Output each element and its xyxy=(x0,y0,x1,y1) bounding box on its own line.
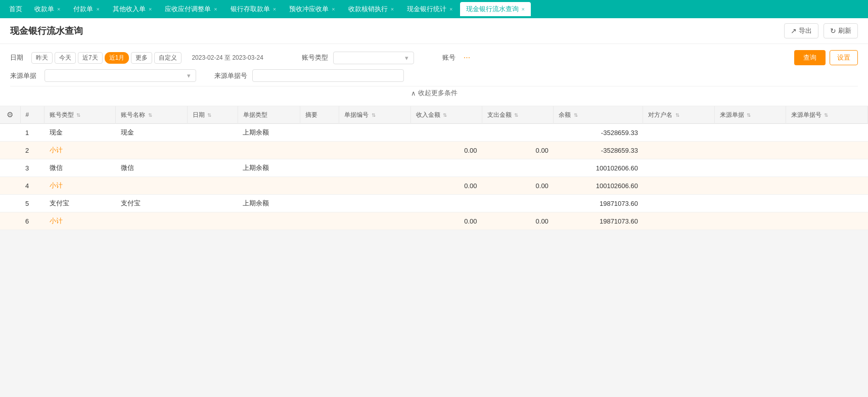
table-row: 2小计0.000.00-3528659.33 xyxy=(0,142,868,159)
close-icon[interactable]: × xyxy=(449,6,452,12)
sort-icon: ⇅ xyxy=(443,112,447,118)
source-doc-no-input[interactable] xyxy=(252,69,404,82)
sort-icon: ⇅ xyxy=(76,112,80,118)
page-title: 现金银行流水查询 xyxy=(10,25,83,37)
date-1month[interactable]: 近1月 xyxy=(105,52,129,64)
source-doc-no-label: 来源单据号 xyxy=(214,71,247,80)
col-source-doc-header[interactable]: 来源单据 ⇅ xyxy=(714,106,786,124)
table-header: ⚙ # 账号类型 ⇅ 账号名称 ⇅ 日期 ⇅ 单据类型 xyxy=(0,106,868,124)
col-income-header[interactable]: 收入金额 ⇅ xyxy=(410,106,482,124)
col-doc-type-header: 单据类型 xyxy=(238,106,300,124)
date-label: 日期 xyxy=(10,53,23,62)
refresh-button[interactable]: ↻ 刷新 xyxy=(824,23,858,38)
tab-other-income[interactable]: 其他收入单 × xyxy=(107,2,158,16)
chevron-up-icon: ∧ xyxy=(411,90,416,97)
col-no-header: # xyxy=(20,106,44,124)
page-header: 现金银行流水查询 ↗ 导出 ↻ 刷新 xyxy=(0,18,868,44)
export-button[interactable]: ↗ 导出 xyxy=(784,23,818,38)
col-settings-header[interactable]: ⚙ xyxy=(0,106,20,124)
export-icon: ↗ xyxy=(791,27,797,35)
sort-icon: ⇅ xyxy=(372,112,376,118)
tab-receipt[interactable]: 收款单 × xyxy=(28,2,66,16)
close-icon[interactable]: × xyxy=(57,6,60,12)
tab-cash-bank-flow[interactable]: 现金银行流水查询 × xyxy=(460,2,531,16)
settings-button[interactable]: 设置 xyxy=(830,50,858,65)
top-nav: 首页 收款单 × 付款单 × 其他收入单 × 应收应付调整单 × 银行存取款单 … xyxy=(0,0,868,18)
chevron-down-icon2: ▾ xyxy=(187,72,191,79)
query-button[interactable]: 查询 xyxy=(794,50,826,65)
sort-icon: ⇅ xyxy=(675,112,679,118)
filter-area: 日期 昨天 今天 近7天 近1月 更多 自定义 2023-02-24 至 202… xyxy=(0,44,868,106)
close-icon[interactable]: × xyxy=(214,6,217,12)
table-row: 3微信微信上期余额100102606.60 xyxy=(0,159,868,177)
close-icon[interactable]: × xyxy=(332,6,335,12)
col-balance-header[interactable]: 余额 ⇅ xyxy=(554,106,643,124)
account-label: 账号 xyxy=(442,53,455,62)
date-today[interactable]: 今天 xyxy=(55,52,76,64)
filter-row-2: 来源单据 ▾ 来源单据号 xyxy=(10,69,858,82)
table-row: 4小计0.000.00100102606.60 xyxy=(0,177,868,195)
close-icon[interactable]: × xyxy=(273,6,276,12)
source-doc-select[interactable]: ▾ xyxy=(44,69,196,82)
sort-icon: ⇅ xyxy=(148,112,152,118)
sort-icon: ⇅ xyxy=(824,112,828,118)
close-icon[interactable]: × xyxy=(96,6,99,12)
tab-bank-deposit[interactable]: 银行存取款单 × xyxy=(224,2,282,16)
nav-home[interactable]: 首页 xyxy=(4,5,27,14)
sort-icon: ⇅ xyxy=(747,112,751,118)
col-summary-header: 摘要 xyxy=(300,106,339,124)
account-type-select[interactable]: ▾ xyxy=(333,52,414,64)
col-date-header[interactable]: 日期 ⇅ xyxy=(187,106,238,124)
filter-row-1: 日期 昨天 今天 近7天 近1月 更多 自定义 2023-02-24 至 202… xyxy=(10,50,858,65)
tab-payment[interactable]: 付款单 × xyxy=(67,2,105,16)
account-dots-button[interactable]: ··· xyxy=(461,53,473,62)
col-source-doc-no-header[interactable]: 来源单据号 ⇅ xyxy=(786,106,867,124)
table-body: 1现金现金上期余额-3528659.332小计0.000.00-3528659.… xyxy=(0,124,868,230)
tab-advance-offset[interactable]: 预收冲应收单 × xyxy=(283,2,341,16)
table-row: 6小计0.000.0019871073.60 xyxy=(0,212,868,230)
sort-icon: ⇅ xyxy=(514,112,518,118)
source-doc-label: 来源单据 xyxy=(10,71,36,80)
data-table: ⚙ # 账号类型 ⇅ 账号名称 ⇅ 日期 ⇅ 单据类型 xyxy=(0,106,868,230)
col-account-type-header[interactable]: 账号类型 ⇅ xyxy=(44,106,116,124)
date-more[interactable]: 更多 xyxy=(131,52,152,64)
refresh-icon: ↻ xyxy=(830,27,836,35)
tab-ar-ap-adjust[interactable]: 应收应付调整单 × xyxy=(159,2,223,16)
table-row: 1现金现金上期余额-3528659.33 xyxy=(0,124,868,142)
date-yesterday[interactable]: 昨天 xyxy=(31,52,53,64)
col-expense-header[interactable]: 支出金额 ⇅ xyxy=(482,106,554,124)
table-container: ⚙ # 账号类型 ⇅ 账号名称 ⇅ 日期 ⇅ 单据类型 xyxy=(0,106,868,230)
sort-icon: ⇅ xyxy=(574,112,578,118)
date-range: 2023-02-24 至 2023-03-24 xyxy=(192,54,263,62)
account-type-label: 账号类型 xyxy=(302,53,328,62)
close-icon[interactable]: × xyxy=(391,6,394,12)
gear-icon: ⚙ xyxy=(7,110,13,119)
date-7days[interactable]: 近7天 xyxy=(78,52,103,64)
tab-cash-bank-stat[interactable]: 现金银行统计 × xyxy=(401,2,459,16)
header-actions: ↗ 导出 ↻ 刷新 xyxy=(784,23,858,38)
date-shortcuts: 昨天 今天 近7天 近1月 更多 自定义 xyxy=(31,52,181,64)
collapse-button[interactable]: ∧ 收起更多条件 xyxy=(10,86,858,100)
col-account-name-header[interactable]: 账号名称 ⇅ xyxy=(116,106,187,124)
sort-icon: ⇅ xyxy=(207,112,211,118)
table-row: 5支付宝支付宝上期余额19871073.60 xyxy=(0,195,868,212)
col-doc-no-header[interactable]: 单据编号 ⇅ xyxy=(339,106,410,124)
close-icon[interactable]: × xyxy=(522,6,525,12)
date-custom[interactable]: 自定义 xyxy=(154,52,181,64)
chevron-down-icon: ▾ xyxy=(405,54,408,62)
tab-collection-exec[interactable]: 收款核销执行 × xyxy=(342,2,400,16)
close-icon[interactable]: × xyxy=(149,6,152,12)
col-counterparty-header[interactable]: 对方户名 ⇅ xyxy=(643,106,714,124)
